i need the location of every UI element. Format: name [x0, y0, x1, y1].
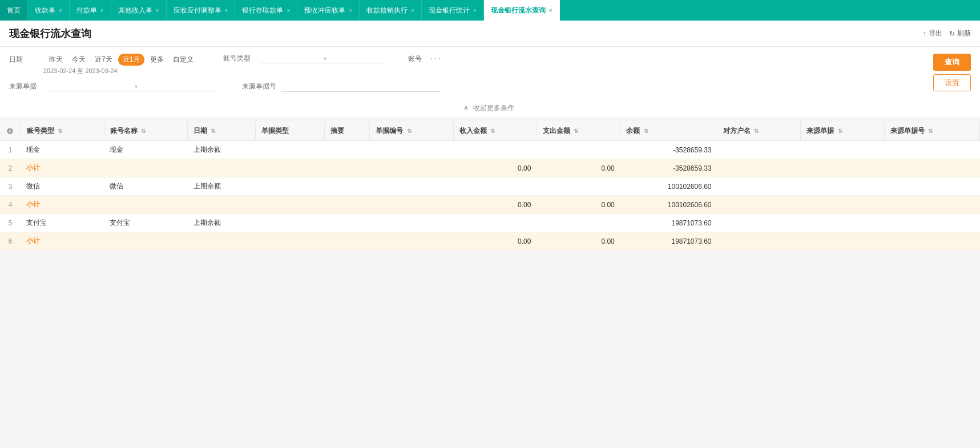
nav-item-cash-bank-stat[interactable]: 现金银行统计 × [422, 0, 484, 21]
export-button[interactable]: ↑ 导出 [923, 29, 942, 38]
cell-account-type: 微信 [21, 177, 104, 196]
nav-close-prepay-charge[interactable]: × [349, 7, 352, 14]
cell-doc-type [256, 232, 325, 251]
nav-close-receipt[interactable]: × [59, 7, 62, 14]
table-row: 1 现金 现金 上期余额 -3528659.33 [0, 141, 980, 159]
nav-item-receipt-verify[interactable]: 收款核销执行 × [360, 0, 422, 21]
nav-item-bank-deposit[interactable]: 银行存取款单 × [235, 0, 297, 21]
cell-expense: 0.00 [537, 159, 620, 177]
source-doc-select[interactable]: ▾ [48, 82, 219, 91]
date-btn-7days[interactable]: 近7天 [91, 54, 116, 66]
cell-date [188, 159, 256, 177]
collapse-label: 收起更多条件 [473, 104, 514, 112]
col-doc-type: 单据类型 [256, 122, 325, 141]
nav-item-cash-bank-flow[interactable]: 现金银行流水查询 × [484, 0, 560, 21]
collapse-icon: ∧ [463, 104, 469, 112]
nav-label-cash-bank-stat: 现金银行统计 [429, 6, 470, 15]
sort-icon-counterpart: ⇅ [754, 128, 759, 134]
sort-icon-income: ⇅ [490, 128, 495, 134]
header-actions: ↑ 导出 ↻ 刷新 [923, 29, 971, 38]
date-range-display: 2023-02-24 至 2023-03-24 [43, 67, 200, 75]
cell-expense [537, 177, 620, 196]
date-btn-yesterday[interactable]: 昨天 [46, 54, 66, 66]
cell-balance: 100102606.60 [620, 177, 717, 196]
cell-date: 上期余额 [188, 177, 256, 196]
cell-source-doc [801, 232, 884, 251]
account-type-label: 账号类型 [223, 54, 255, 63]
data-table: ⚙ 账号类型 ⇅ 账号名称 ⇅ 日期 ⇅ 单据类型 摘要 [0, 122, 980, 251]
nav-item-ar-ap-adjust[interactable]: 应收应付调整单 × [167, 0, 236, 21]
date-btn-more[interactable]: 更多 [147, 54, 167, 66]
right-action-buttons: 查询 设置 [933, 54, 971, 91]
cell-account-name [104, 159, 187, 177]
sort-icon-expense: ⇅ [574, 128, 578, 134]
col-date[interactable]: 日期 ⇅ [188, 122, 256, 141]
filter-area: 日期 昨天 今天 近7天 近1月 更多 自定义 2023-02-24 至 202… [0, 47, 980, 118]
col-doc-no[interactable]: 单据编号 ⇅ [370, 122, 453, 141]
cell-expense: 0.00 [537, 232, 620, 251]
source-doc-label: 来源单据 [9, 82, 43, 91]
cell-balance: 19871073.60 [620, 232, 717, 251]
account-type-select[interactable]: ▾ [260, 54, 385, 63]
cell-account-type: 现金 [21, 141, 104, 159]
table-row: 4 小计 0.00 0.00 100102606.60 [0, 196, 980, 214]
table-row: 3 微信 微信 上期余额 100102606.60 [0, 177, 980, 196]
export-icon: ↑ [923, 30, 926, 38]
cell-source-doc [801, 159, 884, 177]
source-doc-no-input[interactable] [281, 81, 441, 92]
sort-icon-balance: ⇅ [644, 128, 648, 134]
cell-account-name: 现金 [104, 141, 187, 159]
nav-item-payment[interactable]: 付款单 × [70, 0, 111, 21]
date-btn-custom[interactable]: 自定义 [170, 54, 197, 66]
refresh-button[interactable]: ↻ 刷新 [949, 29, 971, 38]
cell-doc-no [370, 177, 453, 196]
nav-close-other-income[interactable]: × [156, 7, 159, 14]
gear-icon[interactable]: ⚙ [6, 127, 14, 136]
nav-item-receipt[interactable]: 收款单 × [28, 0, 70, 21]
cell-summary [325, 159, 370, 177]
col-account-type[interactable]: 账号类型 ⇅ [21, 122, 104, 141]
page-title: 现金银行流水查询 [9, 27, 91, 41]
cell-date: 上期余额 [188, 141, 256, 159]
page-header: 现金银行流水查询 ↑ 导出 ↻ 刷新 [0, 21, 980, 47]
date-options: 昨天 今天 近7天 近1月 更多 自定义 [46, 54, 197, 66]
nav-close-receipt-verify[interactable]: × [411, 7, 414, 14]
col-account-name[interactable]: 账号名称 ⇅ [104, 122, 187, 141]
nav-close-bank-deposit[interactable]: × [287, 7, 290, 14]
nav-close-cash-bank-stat[interactable]: × [473, 7, 477, 14]
nav-close-payment[interactable]: × [100, 7, 104, 14]
cell-income: 0.00 [453, 232, 537, 251]
nav-close-ar-ap-adjust[interactable]: × [225, 7, 228, 14]
cell-account-name: 微信 [104, 177, 187, 196]
cell-counterpart [717, 177, 801, 196]
col-balance[interactable]: 余额 ⇅ [620, 122, 717, 141]
col-expense[interactable]: 支出金额 ⇅ [537, 122, 620, 141]
date-btn-1month[interactable]: 近1月 [118, 54, 145, 66]
cell-summary [325, 177, 370, 196]
row-number: 1 [0, 141, 21, 159]
col-source-doc-no[interactable]: 来源单据号 ⇅ [884, 122, 979, 141]
cell-source-doc [801, 141, 884, 159]
cell-account-type: 小计 [21, 196, 104, 214]
sort-icon-source-doc: ⇅ [838, 128, 842, 134]
collapse-bar[interactable]: ∧ 收起更多条件 [9, 100, 971, 118]
cell-expense: 0.00 [537, 196, 620, 214]
col-source-doc[interactable]: 来源单据 ⇅ [801, 122, 884, 141]
col-income[interactable]: 收入金额 ⇅ [453, 122, 537, 141]
table-settings-col[interactable]: ⚙ [0, 122, 21, 141]
sort-icon-account-name: ⇅ [141, 128, 146, 134]
nav-close-cash-bank-flow[interactable]: × [549, 7, 552, 14]
col-counterpart[interactable]: 对方户名 ⇅ [717, 122, 801, 141]
cell-counterpart [717, 141, 801, 159]
query-button[interactable]: 查询 [933, 54, 971, 71]
account-no-label: 账号 [408, 54, 425, 64]
row-number: 2 [0, 159, 21, 177]
date-btn-today[interactable]: 今天 [68, 54, 89, 66]
nav-item-other-income[interactable]: 其他收入单 × [111, 0, 167, 21]
nav-item-prepay-charge[interactable]: 预收冲应收单 × [297, 0, 360, 21]
sort-icon-doc-no: ⇅ [407, 128, 412, 134]
cell-account-type: 小计 [21, 159, 104, 177]
settings-button[interactable]: 设置 [933, 74, 971, 91]
nav-item-home[interactable]: 首页 [0, 0, 28, 21]
cell-counterpart [717, 159, 801, 177]
